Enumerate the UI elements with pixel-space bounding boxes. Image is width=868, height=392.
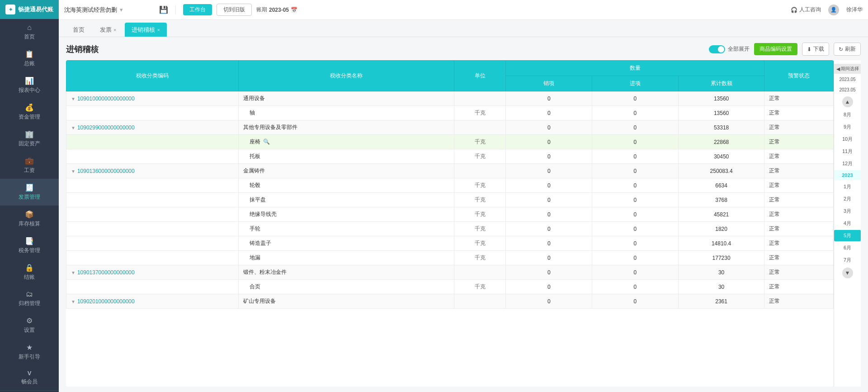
sidebar-item-tax[interactable]: 📑 税务管理: [0, 232, 59, 259]
period-display: 账期 2023-05 📅: [256, 6, 297, 14]
purchase-cell: 0: [592, 265, 679, 280]
unit-cell: [454, 265, 506, 280]
tab-reconcile[interactable]: 进销稽核 ×: [125, 23, 166, 37]
sidebar-item-label: 报表中心: [19, 86, 40, 94]
total-cell: 13560: [678, 106, 764, 120]
status-cell: 正常: [764, 251, 834, 265]
sidebar-item-reports[interactable]: 📊 报表中心: [0, 72, 59, 99]
month-9[interactable]: 9月: [834, 121, 861, 133]
table-row[interactable]: 座椅🔍 千克 0 0 22868 正常: [66, 135, 834, 149]
scroll-down-button[interactable]: ▼: [842, 268, 853, 278]
sidebar-item-home[interactable]: ⌂ 首页: [0, 19, 59, 45]
sidebar-item-settings[interactable]: ⚙ 设置: [0, 312, 59, 339]
sidebar-item-close[interactable]: 🔒 结账: [0, 259, 59, 286]
unit-cell: 千克: [454, 149, 506, 164]
table-row[interactable]: 抹平盘 千克 0 0 3768 正常: [66, 193, 834, 207]
sidebar-item-archive[interactable]: 🗂 归档管理: [0, 286, 59, 312]
search-icon-small[interactable]: 🔍: [263, 139, 270, 145]
month-2[interactable]: 2月: [834, 193, 861, 205]
tax-name-cell: 地漏: [239, 251, 454, 265]
sidebar-item-member[interactable]: V 畅会员: [0, 365, 59, 390]
download-button[interactable]: ⬇ 下载: [802, 43, 829, 56]
month-3[interactable]: 3月: [834, 206, 861, 217]
purchase-cell: 0: [592, 178, 679, 193]
ledger-icon: 📋: [25, 50, 34, 58]
month-11[interactable]: 11月: [834, 146, 861, 157]
table-container[interactable]: 税收分类编码 税收分类名称 单位 数量 预警状态 销项 进项 累计数额: [66, 60, 834, 387]
table-row[interactable]: 托板 千克 0 0 30450 正常: [66, 149, 834, 164]
sidebar-unpin-button[interactable]: ◀◀ 取消固定: [0, 390, 59, 392]
workbench-button[interactable]: 工作台: [183, 4, 212, 15]
unit-cell: 千克: [454, 193, 506, 207]
sidebar-item-guide[interactable]: ★ 新手引导: [0, 339, 59, 365]
tab-home-label: 首页: [73, 26, 85, 34]
tax-name-cell: 矿山专用设备: [239, 294, 454, 309]
tax-code-cell: ▼1090299000000000000: [66, 120, 239, 135]
app-logo: ✦ 畅捷通易代账: [0, 0, 59, 19]
calendar-icon[interactable]: 📅: [291, 7, 297, 13]
sale-cell: 0: [506, 149, 592, 164]
company-selector[interactable]: 沈海英测试经营勿删 ▾: [64, 6, 155, 14]
tabbar: 首页 发票 × 进销稽核 ×: [59, 20, 868, 37]
divider: [175, 5, 176, 14]
table-row[interactable]: 手轮 千克 0 0 1820 正常: [66, 222, 834, 236]
refresh-button[interactable]: ↻ 刷新: [834, 43, 861, 56]
total-cell: 1820: [678, 222, 764, 236]
period-top-1[interactable]: 2023.05: [834, 75, 861, 84]
sidebar-item-ledger[interactable]: 📋 总账: [0, 45, 59, 72]
table-row[interactable]: 轮毂 千克 0 0 6634 正常: [66, 178, 834, 193]
month-10[interactable]: 10月: [834, 134, 861, 145]
table-row[interactable]: 合页 千克 0 0 30 正常: [66, 280, 834, 294]
download-label: 下载: [813, 45, 824, 53]
chevron-down-icon[interactable]: ▾: [120, 6, 123, 13]
sidebar-item-inventory[interactable]: 📦 库存核算: [0, 206, 59, 232]
month-1[interactable]: 1月: [834, 181, 861, 192]
tax-name-cell: 其他专用设备及零部件: [239, 120, 454, 135]
sidebar-item-funds[interactable]: 💰 资金管理: [0, 99, 59, 125]
purchase-cell: 0: [592, 91, 679, 106]
sale-cell: 0: [506, 280, 592, 294]
table-row[interactable]: ▼1090136000000000000 金属铸件 0 0 250083.4 正…: [66, 164, 834, 178]
expand-toggle[interactable]: 全部展开: [709, 45, 750, 53]
switch-version-button[interactable]: 切到旧版: [217, 4, 252, 16]
toggle-track[interactable]: [709, 45, 725, 53]
table-row[interactable]: 绝缘导线壳 千克 0 0 45821 正常: [66, 207, 834, 222]
human-service-button[interactable]: 🎧 人工咨询: [791, 6, 821, 14]
month-5[interactable]: 5月: [834, 230, 861, 241]
tab-invoices[interactable]: 发票 ×: [93, 23, 123, 37]
funds-icon: 💰: [25, 103, 34, 112]
period-top-2[interactable]: 2023.05: [834, 85, 861, 95]
table-row[interactable]: 轴 千克 0 0 13560 正常: [66, 106, 834, 120]
table-row[interactable]: ▼1090100000000000000 通用设备 0 0 13560 正常: [66, 91, 834, 106]
arrow-left-icon[interactable]: ◀: [836, 66, 840, 72]
table-row[interactable]: 地漏 千克 0 0 177230 正常: [66, 251, 834, 265]
header-tax-name: 税收分类名称: [239, 61, 454, 91]
table-row[interactable]: ▼1090137000000000000 锻件、粉末冶金件 0 0 30 正常: [66, 265, 834, 280]
total-cell: 22868: [678, 135, 764, 149]
table-row[interactable]: ▼1090299000000000000 其他专用设备及零部件 0 0 5331…: [66, 120, 834, 135]
commodity-code-button[interactable]: 商品编码设置: [754, 43, 797, 55]
purchase-cell: 0: [592, 236, 679, 251]
tab-home[interactable]: 首页: [66, 23, 91, 37]
month-12[interactable]: 12月: [834, 158, 861, 169]
sidebar-item-assets[interactable]: 🏢 固定资产: [0, 125, 59, 152]
scroll-up-button[interactable]: ▲: [842, 96, 853, 107]
month-6[interactable]: 6月: [834, 242, 861, 253]
purchase-cell: 0: [592, 222, 679, 236]
table-row[interactable]: 铸造盖子 千克 0 0 14810.4 正常: [66, 236, 834, 251]
close-icon[interactable]: ×: [113, 27, 116, 33]
sidebar-item-label: 固定资产: [19, 140, 40, 148]
settings-icon: ⚙: [26, 316, 33, 325]
sidebar-item-invoices[interactable]: 🧾 发票管理: [0, 179, 59, 206]
month-4[interactable]: 4月: [834, 218, 861, 229]
status-cell: 正常: [764, 120, 834, 135]
table-row[interactable]: ▼1090201000000000000 矿山专用设备 0 0 2361 正常: [66, 294, 834, 309]
month-7[interactable]: 7月: [834, 254, 861, 266]
close-icon[interactable]: ×: [157, 27, 160, 33]
sidebar-item-salary[interactable]: 💼 工资: [0, 152, 59, 179]
sidebar-item-label: 工资: [24, 167, 35, 174]
sidebar-item-label: 资金管理: [19, 113, 40, 121]
company-name: 沈海英测试经营勿删: [64, 6, 117, 14]
header-quantity-group: 数量: [506, 61, 764, 76]
month-8[interactable]: 8月: [834, 109, 861, 120]
